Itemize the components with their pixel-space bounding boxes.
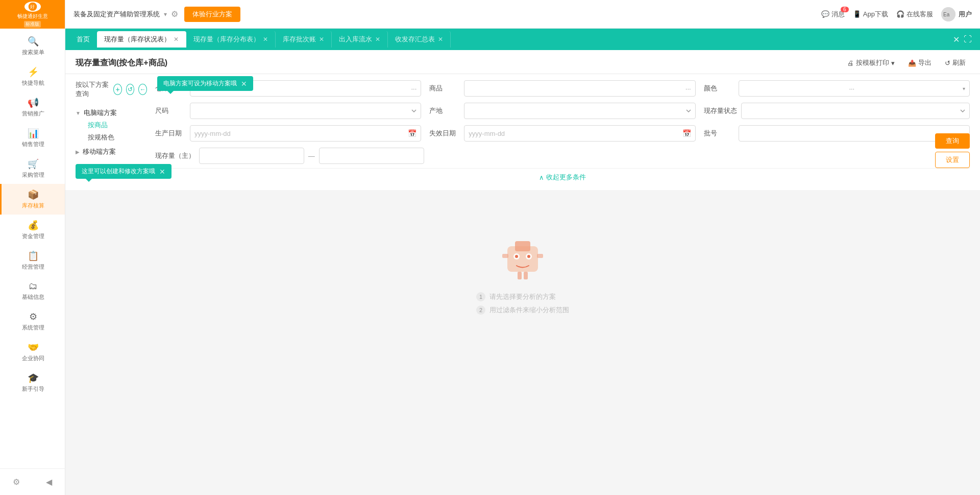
tab-inventory-dist-label: 现存量（库存分布表） <box>193 35 260 44</box>
tab-inventory-dist-close[interactable]: ✕ <box>263 36 268 42</box>
color-label: 颜色 <box>704 84 734 93</box>
filter-add-btn[interactable]: + <box>113 84 122 95</box>
logo-badge: 标准版 <box>24 21 41 28</box>
filter-field-size: 尺码 <box>155 103 421 119</box>
search-btn[interactable]: 查询 <box>935 133 970 149</box>
filter-field-stock-status: 现存量状态 <box>704 103 970 119</box>
tab-batch-close[interactable]: ✕ <box>319 36 324 42</box>
tab-inventory-status-label: 现存量（库存状况表） <box>104 35 170 44</box>
tooltip1-close[interactable]: ✕ <box>241 80 247 88</box>
produce-date-label: 生产日期 <box>155 129 186 138</box>
collapse-label: 收起更多条件 <box>546 173 586 182</box>
svg-rect-11 <box>524 272 528 279</box>
sidebar-item-enterprise[interactable]: 🤝 企业协同 <box>0 337 65 367</box>
user-info[interactable]: Ea 用户 <box>941 7 972 21</box>
online-service-btn[interactable]: 🎧 在线客服 <box>896 10 933 19</box>
sidebar-settings-btn[interactable]: ⚙ <box>9 475 24 489</box>
size-select[interactable] <box>190 103 421 119</box>
produce-date-input[interactable]: yyyy-mm-dd 📅 <box>190 125 421 142</box>
origin-select[interactable] <box>464 103 695 119</box>
close-all-tabs-btn[interactable]: ✕ <box>953 35 960 44</box>
expand-btn[interactable]: ⛶ <box>964 35 972 44</box>
quicknav-icon: ⚡ <box>28 66 39 78</box>
sidebar-item-operation[interactable]: 📋 经营管理 <box>0 245 65 276</box>
tab-flow-label: 出入库流水 <box>339 35 372 44</box>
scheme-child-sku[interactable]: 按规格色 <box>76 131 147 144</box>
message-icon: 💬 <box>821 10 829 18</box>
empty-state: 1 请先选择要分析的方案 2 用过滤条件来缩小分析范围 <box>65 190 980 356</box>
scheme-pc-header[interactable]: ▼ 电脑端方案 <box>76 107 147 119</box>
sidebar-item-label-baseinfo: 基础信息 <box>22 293 44 301</box>
inventory-icon: 📦 <box>28 189 39 200</box>
sidebar-item-inventory[interactable]: 📦 库存核算 <box>0 184 65 215</box>
tab-summary[interactable]: 收发存汇总表 ✕ <box>388 31 451 48</box>
sidebar-item-sales[interactable]: 📊 销售管理 <box>0 123 65 153</box>
tab-home[interactable]: 首页 <box>69 31 97 48</box>
sidebar-item-baseinfo[interactable]: 🗂 基础信息 <box>0 276 65 306</box>
main-area: 装备及固定资产辅助管理系统 ▾ ⚙ 体验行业方案 💬 消息 6 📱 App下载 … <box>65 0 980 495</box>
warehouse-dots-icon: ··· <box>411 85 416 92</box>
scheme-pc-label: 电脑端方案 <box>84 108 117 117</box>
message-btn[interactable]: 💬 消息 6 <box>821 10 845 19</box>
sidebar-item-label-purchase: 采购管理 <box>22 171 44 179</box>
tab-inventory-status-close[interactable]: ✕ <box>174 36 179 42</box>
sidebar-item-system[interactable]: ⚙ 系统管理 <box>0 306 65 337</box>
sidebar-item-label-quicknav: 快捷导航 <box>22 79 44 87</box>
system-dropdown-arrow[interactable]: ▾ <box>164 11 167 18</box>
stock-qty-to[interactable] <box>319 148 424 164</box>
filter-row-2: 尺码 产地 <box>155 103 970 119</box>
color-input[interactable]: ··· ▾ <box>739 80 970 97</box>
sidebar-item-finance[interactable]: 💰 资金管理 <box>0 215 65 245</box>
scheme-mobile-header[interactable]: ▶ 移动端方案 <box>76 146 147 158</box>
chevron-up-icon: ∧ <box>539 174 544 181</box>
tip-text-1: 请先选择要分析的方案 <box>489 292 556 301</box>
page-title-row: 现存量查询(按仓库+商品) 🖨 按模板打印 ▾ 📤 导出 ↺ 刷新 <box>76 56 970 74</box>
sidebar-item-quicknav[interactable]: ⚡ 快捷导航 <box>0 61 65 92</box>
tab-summary-close[interactable]: ✕ <box>438 36 443 42</box>
filter-field-goods: 商品 ··· <box>429 80 695 97</box>
tab-inventory-dist[interactable]: 现存量（库存分布表） ✕ <box>186 31 276 48</box>
svg-rect-13 <box>537 254 543 258</box>
tab-flow[interactable]: 出入库流水 ✕ <box>332 31 388 48</box>
goods-input[interactable]: ··· <box>464 80 695 97</box>
svg-rect-10 <box>518 272 522 279</box>
tab-inventory-status[interactable]: 现存量（库存状况表） ✕ <box>97 31 186 48</box>
sidebar: 好 畅捷通好生意 标准版 🔍 搜索菜单 ⚡ 快捷导航 📢 营销推广 📊 销售管理… <box>0 0 65 495</box>
tab-batch[interactable]: 库存批次账 ✕ <box>276 31 332 48</box>
scheme-group-pc: ▼ 电脑端方案 按商品 按规格色 <box>76 107 147 144</box>
tooltip-container-1: 电脑方案可设为移动方案哦 ✕ <box>157 76 253 91</box>
size-label: 尺码 <box>155 106 186 115</box>
sidebar-item-label-enterprise: 企业协同 <box>22 355 44 362</box>
filter-reload-btn[interactable]: ↺ <box>126 84 135 95</box>
reset-btn[interactable]: 设置 <box>935 152 970 168</box>
stock-status-select[interactable] <box>741 103 970 119</box>
expire-date-input[interactable]: yyyy-mm-dd 📅 <box>464 125 695 142</box>
sidebar-item-purchase[interactable]: 🛒 采购管理 <box>0 153 65 184</box>
scheme-group-mobile: ▶ 移动端方案 <box>76 146 147 158</box>
empty-tip-1: 1 请先选择要分析的方案 <box>476 292 569 301</box>
tab-bar-right: ✕ ⛶ <box>953 35 976 44</box>
sidebar-collapse-btn[interactable]: ◀ <box>42 475 56 489</box>
export-btn[interactable]: 📤 导出 <box>904 56 936 69</box>
refresh-btn[interactable]: ↺ 刷新 <box>941 56 970 69</box>
header-gear-btn[interactable]: ⚙ <box>171 9 178 19</box>
industry-btn[interactable]: 体验行业方案 <box>184 7 240 22</box>
sidebar-item-marketing[interactable]: 📢 营销推广 <box>0 92 65 123</box>
tooltip2-close[interactable]: ✕ <box>159 168 165 176</box>
sidebar-item-search[interactable]: 🔍 搜索菜单 <box>0 31 65 61</box>
tab-summary-label: 收发存汇总表 <box>395 35 435 44</box>
stock-status-label: 现存量状态 <box>704 106 737 115</box>
filter-back-btn[interactable]: ← <box>138 84 147 95</box>
print-btn[interactable]: 🖨 按模板打印 ▾ <box>843 56 899 69</box>
header-right: 💬 消息 6 📱 App下载 🎧 在线客服 Ea 用户 <box>821 7 972 21</box>
app-download-btn[interactable]: 📱 App下载 <box>853 10 888 19</box>
message-badge: 6 <box>841 7 849 12</box>
sidebar-item-guide[interactable]: 🎓 新手引导 <box>0 367 65 398</box>
guide-icon: 🎓 <box>28 372 39 384</box>
expire-date-label: 失效日期 <box>429 129 460 138</box>
collapse-btn[interactable]: ∧ 收起更多条件 <box>155 168 970 184</box>
stock-qty-from[interactable] <box>199 148 304 164</box>
stock-qty-range: — <box>199 148 424 164</box>
scheme-child-goods[interactable]: 按商品 <box>76 119 147 131</box>
tab-flow-close[interactable]: ✕ <box>375 36 380 42</box>
